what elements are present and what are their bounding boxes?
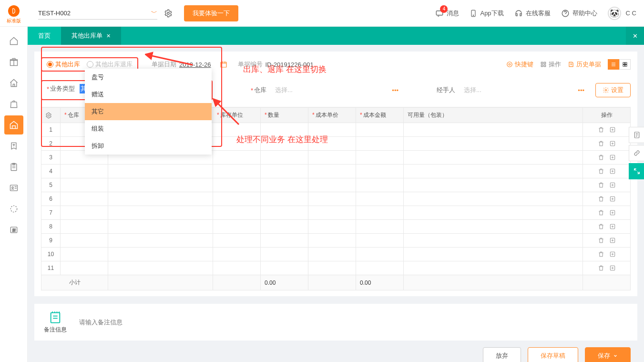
table-gear-icon[interactable] (41, 108, 61, 123)
nav-money-icon[interactable] (4, 136, 23, 155)
radio-other-outbound-return[interactable]: 其他出库退库 (87, 60, 133, 69)
save-draft-button[interactable]: 保存草稿 (528, 347, 578, 362)
warehouse-select[interactable]: * 仓库 选择... ••• (251, 86, 399, 94)
delete-icon[interactable] (598, 168, 604, 175)
svg-rect-20 (625, 62, 627, 64)
add-icon[interactable] (609, 154, 616, 161)
col-operate: 操作 (583, 108, 631, 123)
close-icon[interactable]: ✕ (106, 33, 111, 39)
footer: 放弃 保存草稿 保存 (34, 341, 637, 362)
nav-ring-icon[interactable] (4, 199, 23, 218)
app-download-link[interactable]: App下载 (470, 9, 503, 18)
table-row[interactable]: 6 (41, 192, 631, 206)
delete-icon[interactable] (598, 140, 604, 147)
help-icon (561, 9, 570, 18)
rail-expand-icon[interactable] (629, 163, 644, 179)
more-icon[interactable]: ••• (578, 87, 584, 94)
store-select[interactable]: TEST-H002 ﹀ (38, 7, 157, 20)
store-name: TEST-H002 (38, 10, 71, 17)
svg-rect-19 (623, 62, 625, 64)
col-available: 可用量（包装） (404, 108, 583, 123)
tab-other-outbound[interactable]: 其他出库单 ✕ (61, 27, 121, 45)
svg-rect-17 (541, 65, 543, 67)
svg-point-0 (167, 12, 170, 14)
messages-link[interactable]: 4 消息 (435, 9, 459, 18)
svg-point-3 (473, 15, 474, 15)
nav-id-icon[interactable] (4, 178, 23, 197)
svg-line-23 (150, 55, 193, 65)
table-row[interactable]: 4 (41, 165, 631, 178)
view-grid-icon[interactable] (619, 59, 631, 70)
nav-home-icon[interactable] (4, 31, 23, 51)
remark-icon: 备注信息 (41, 310, 70, 334)
rail-link-icon[interactable] (629, 145, 644, 161)
dropdown-item[interactable]: 组装 (85, 120, 212, 137)
support-link[interactable]: 在线客服 (514, 9, 551, 18)
more-icon[interactable]: ••• (392, 87, 399, 94)
table-row[interactable]: 5 (41, 178, 631, 192)
delete-icon[interactable] (598, 182, 604, 188)
help-link[interactable]: 帮助中心 (561, 9, 597, 18)
svg-point-8 (11, 187, 13, 188)
add-icon[interactable] (609, 126, 616, 133)
table-row[interactable]: 8 (41, 220, 631, 234)
add-icon[interactable] (609, 182, 616, 188)
delete-icon[interactable] (598, 209, 604, 216)
operate-link[interactable]: 操作 (540, 60, 561, 69)
delete-icon[interactable] (598, 237, 604, 244)
add-icon[interactable] (609, 223, 616, 230)
settings-button[interactable]: 设置 (595, 83, 631, 97)
add-icon[interactable] (609, 196, 616, 202)
svg-rect-38 (51, 313, 60, 323)
calendar-icon[interactable] (220, 61, 227, 68)
remark-panel: 备注信息 (34, 304, 637, 341)
add-icon[interactable] (609, 209, 616, 216)
message-icon: 4 (435, 9, 444, 18)
add-icon[interactable] (609, 265, 616, 271)
history-link[interactable]: 历史单据 (568, 60, 601, 69)
dropdown-item[interactable]: 赠送 (85, 86, 212, 103)
table-row[interactable]: 11 (41, 261, 631, 275)
nav-bag-icon[interactable] (4, 94, 23, 114)
left-nav: 新 (0, 27, 28, 362)
nav-warehouse-icon[interactable] (4, 115, 23, 134)
delete-icon[interactable] (598, 265, 604, 271)
delete-icon[interactable] (598, 154, 604, 161)
view-list-icon[interactable] (608, 59, 619, 70)
svg-point-25 (48, 114, 50, 116)
nav-gift-icon[interactable] (4, 52, 23, 72)
handler-select[interactable]: 经手人 选择... ••• (437, 86, 584, 94)
svg-point-14 (509, 63, 511, 65)
delete-icon[interactable] (598, 223, 604, 230)
svg-rect-16 (544, 62, 546, 64)
dropdown-item[interactable]: 其它 (85, 103, 212, 120)
add-icon[interactable] (609, 251, 616, 258)
add-icon[interactable] (609, 237, 616, 244)
nav-new-icon[interactable]: 新 (4, 220, 23, 239)
remark-input[interactable] (79, 319, 631, 326)
nav-clipboard-icon[interactable] (4, 157, 23, 176)
svg-rect-18 (544, 65, 546, 67)
tab-home[interactable]: 首页 (28, 27, 61, 45)
discard-button[interactable]: 放弃 (483, 347, 521, 362)
radio-other-outbound[interactable]: 其他出库 (47, 60, 80, 69)
try-button[interactable]: 我要体验一下 (184, 5, 238, 21)
delete-icon[interactable] (598, 196, 604, 202)
nav-house-icon[interactable] (4, 73, 23, 93)
rail-note-icon[interactable] (629, 127, 644, 143)
add-icon[interactable] (609, 140, 616, 147)
delete-icon[interactable] (598, 126, 604, 133)
dropdown-item[interactable]: 盘亏 (85, 69, 212, 86)
table-row[interactable]: 9 (41, 234, 631, 248)
avatar[interactable]: 🐼 (608, 7, 621, 20)
table-row[interactable]: 10 (41, 248, 631, 261)
table-row[interactable]: 7 (41, 206, 631, 220)
add-icon[interactable] (609, 168, 616, 175)
dropdown-item[interactable]: 拆卸 (85, 137, 212, 155)
shortcut-link[interactable]: 快捷键 (506, 60, 533, 69)
save-button[interactable]: 保存 (585, 347, 631, 362)
delete-icon[interactable] (598, 251, 604, 258)
gear-icon[interactable] (164, 9, 173, 18)
close-all-tabs-icon[interactable]: ✕ (626, 27, 644, 45)
annotation-text: 出库、退库 在这里切换 (243, 64, 327, 75)
